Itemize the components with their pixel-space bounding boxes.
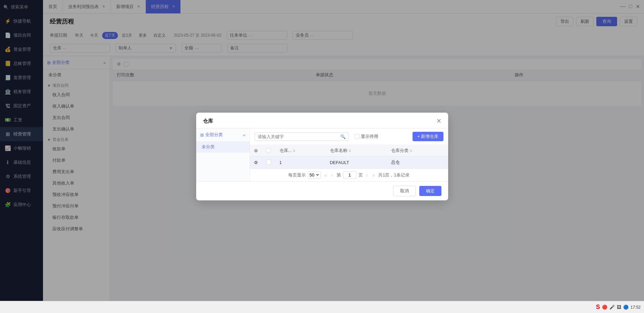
modal-pagination: 每页显示 50 « ‹ 第 1 页 › » 共1页，1条记录 [250,168,448,181]
taskbar-icon-3[interactable]: 🖼 [617,305,621,310]
taskbar-icon-4[interactable]: 🔵 [623,305,629,310]
show-disabled-label[interactable]: 显示停用 [355,133,378,140]
modal-search-box[interactable]: 🔍 [255,132,349,141]
modal-page-suffix: 页 [358,172,363,178]
row-settings-cell: ⚙ [250,157,262,168]
modal-left-item-uncategorized[interactable]: 未分类 [196,141,250,153]
warehouse-modal: 仓库 ✕ ⊞ 全部分类 « 未分类 [196,113,448,200]
taskbar-icon-1[interactable]: 🔴 [602,305,607,310]
col-code-header[interactable]: 仓库... ⇅ [275,145,326,157]
taskbar: S 🔴 🎤 🖼 🔵 17:52 [0,301,644,313]
table-row[interactable]: ⚙ 1 DEFAULT [250,157,448,168]
col-checkbox-header [262,145,275,157]
sort-category-icon: ⇅ [410,149,412,153]
modal-close-button[interactable]: ✕ [436,117,441,125]
modal-page-next[interactable]: › [365,172,369,179]
modal-per-page-label: 每页显示 [288,172,306,178]
row-num-cell: 1 [275,157,326,168]
modal-footer: 取消 确定 [196,181,448,200]
modal-title: 仓库 [203,118,213,124]
select-all-modal-checkbox[interactable] [266,148,271,153]
modal-per-page-select[interactable]: 50 [308,171,321,179]
system-tray: S 🔴 🎤 🖼 🔵 17:52 [596,304,641,311]
col-name-header[interactable]: 仓库名称 ⇅ [326,145,387,157]
modal-search-icon: 🔍 [340,134,346,139]
modal-page-first[interactable]: « [323,172,328,179]
col-settings-header: ⚙ [250,145,262,157]
row-checkbox[interactable] [266,160,271,164]
modal-page-label: 第 [337,172,341,178]
modal-body: ⊞ 全部分类 « 未分类 🔍 [196,128,448,181]
sort-code-icon: ⇅ [293,149,295,153]
add-warehouse-button[interactable]: + 新增仓库 [413,132,443,141]
modal-right: 🔍 显示停用 + 新增仓库 ⚙ [250,128,448,181]
confirm-button[interactable]: 确定 [419,186,441,196]
modal-table-container: ⚙ 仓库... ⇅ [250,145,448,168]
modal-page-prev[interactable]: ‹ [330,172,335,179]
show-disabled-checkbox[interactable] [355,134,359,139]
modal-page-number-input[interactable]: 1 [343,171,356,179]
modal-toolbar: 🔍 显示停用 + 新增仓库 [250,128,448,145]
modal-left-collapse[interactable]: « [243,132,245,138]
modal-header: 仓库 ✕ [196,113,448,128]
modal-left-scroll: 未分类 [196,141,250,181]
modal-overlay[interactable]: 仓库 ✕ ⊞ 全部分类 « 未分类 [0,0,644,313]
row-name-cell: 总仓 [387,157,448,168]
modal-left-title: 全部分类 [205,132,223,138]
cancel-button[interactable]: 取消 [393,186,416,196]
warehouse-table: ⚙ 仓库... ⇅ [250,145,448,168]
modal-page-last[interactable]: » [371,172,376,179]
modal-search-input[interactable] [258,134,338,139]
gear-icon-header[interactable]: ⚙ [254,148,258,153]
sort-name-icon: ⇅ [348,149,351,153]
taskbar-icon-2[interactable]: 🎤 [609,305,615,310]
row-checkbox-cell [262,157,275,168]
modal-grid-icon: ⊞ [200,132,204,138]
taskbar-logo: S [596,304,600,311]
row-gear-icon[interactable]: ⚙ [254,160,258,165]
taskbar-time: 17:52 [631,305,641,310]
modal-left-header: ⊞ 全部分类 « [196,128,250,141]
modal-total-info: 共1页，1条记录 [378,172,409,178]
col-category-header[interactable]: 仓库分类 ⇅ [387,145,448,157]
row-code-cell: DEFAULT [326,157,387,168]
modal-left-panel: ⊞ 全部分类 « 未分类 [196,128,250,181]
